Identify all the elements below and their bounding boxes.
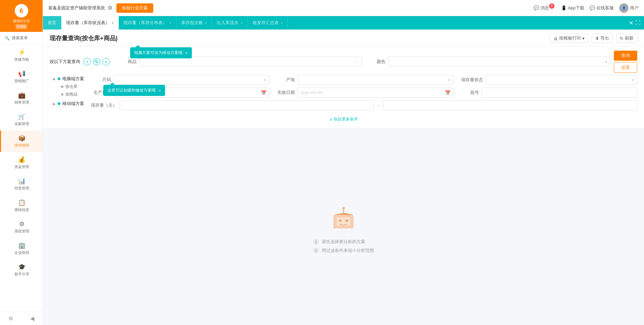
tab-inventory-dist[interactable]: 现存量（库存分布表） × bbox=[119, 16, 176, 30]
sidebar-item-system[interactable]: ⚙ 系统管理 bbox=[0, 216, 43, 238]
expiry-date-input[interactable]: yyyy-mm-dd 📅 bbox=[298, 88, 453, 98]
page-actions: 🖨 按模板打印 ▾ ⬆ 导出 ↻ 刷新 bbox=[550, 34, 637, 43]
filter-row2: 尺码 ▾ 产地 ▾ bbox=[91, 75, 637, 85]
empty-tip-1: 1 请先选择要分析的方案 bbox=[313, 239, 374, 245]
color-select[interactable]: ▾ bbox=[388, 57, 611, 67]
sidebar-item-guide[interactable]: 🎓 新手引导 bbox=[0, 259, 43, 281]
sidebar-item-label: 基础信息 bbox=[14, 207, 29, 212]
sidebar-item-enterprise[interactable]: 🏢 企业协同 bbox=[0, 238, 43, 259]
svg-marker-1 bbox=[333, 213, 343, 215]
batch-no-field: 批号 bbox=[459, 88, 637, 98]
tab-inventory-dist-close[interactable]: × bbox=[169, 21, 171, 25]
tooltip-pc-scheme: 电脑方案可设为移动方案哦 × bbox=[130, 47, 192, 58]
sidebar-item-marketing[interactable]: 📢 营销推广 bbox=[0, 66, 43, 88]
sidebar-item-inventory[interactable]: 📦 库存核算 bbox=[0, 130, 43, 152]
sidebar-collapse-btn[interactable]: ◀ bbox=[30, 315, 34, 322]
quick-nav-icon: ⚡ bbox=[18, 49, 25, 56]
tab-close-all-btn[interactable]: ✕ bbox=[629, 20, 633, 26]
tooltip2-close[interactable]: × bbox=[158, 88, 161, 93]
stock-min-input[interactable] bbox=[120, 100, 374, 110]
basic-info-icon: 📋 bbox=[18, 199, 25, 206]
sidebar-item-label: 快捷导航 bbox=[14, 57, 29, 62]
tab-recv-summary-label: 收发存汇总表 bbox=[253, 20, 279, 26]
sidebar-item-finance[interactable]: 💰 资金管理 bbox=[0, 152, 43, 173]
marketing-icon: 📢 bbox=[18, 70, 25, 77]
query-btn[interactable]: 查询 bbox=[614, 51, 637, 61]
user-btn[interactable]: 👤 用户 bbox=[619, 3, 639, 13]
trial-btn[interactable]: 体验行业方案 bbox=[116, 3, 153, 13]
origin-field: 产地 ▾ bbox=[275, 75, 453, 85]
sidebar-item-label: 采购管理 bbox=[14, 121, 29, 126]
template-print-btn[interactable]: 🖨 按模板打印 ▾ bbox=[550, 34, 588, 43]
tab-inventory-status-close[interactable]: × bbox=[112, 21, 114, 25]
tip-num-1: 1 bbox=[313, 239, 319, 245]
logo-name: 畅通好生意 bbox=[13, 19, 30, 23]
back-scheme-btn[interactable]: « bbox=[102, 58, 110, 65]
inventory-icon: 📦 bbox=[18, 134, 25, 142]
chevron-down-icon: ▾ bbox=[605, 59, 607, 64]
refresh-label: 刷新 bbox=[625, 35, 634, 41]
tab-inout-flow-close[interactable]: × bbox=[240, 21, 243, 25]
topbar-gear-icon[interactable]: ⚙ bbox=[108, 5, 112, 11]
scheme-tree-row: ▶ 电脑端方案 按仓库 按商品 ▶ 移动端方 bbox=[50, 75, 637, 112]
color-label: 颜色 bbox=[365, 59, 385, 65]
stock-status-select[interactable]: ▾ bbox=[486, 75, 637, 85]
export-label: 导出 bbox=[600, 35, 609, 41]
refresh-btn[interactable]: ↻ 刷新 bbox=[616, 34, 637, 43]
scheme-pc-warehouse[interactable]: 按仓库 bbox=[53, 83, 84, 91]
tab-inventory-dist-label: 现存量（库存分布表） bbox=[123, 20, 167, 26]
tab-recv-summary-close[interactable]: × bbox=[281, 21, 283, 25]
online-service-btn[interactable]: 💬 在线客服 bbox=[590, 5, 614, 11]
sidebar-settings-btn[interactable]: ⚙ bbox=[8, 315, 13, 322]
sidebar: 6 畅通好生意 标准版 🔍 搜索菜单 ⚡ 快捷导航 📢 营销推广 💼 销售管理 … bbox=[0, 0, 43, 325]
tab-home-label: 首页 bbox=[48, 20, 56, 26]
origin-select[interactable]: ▾ bbox=[298, 75, 453, 85]
product-scheme-dot bbox=[61, 93, 63, 96]
search-icon: 🔍 bbox=[5, 36, 10, 41]
tab-batch-ledger[interactable]: 库存批次账 × bbox=[176, 16, 212, 30]
export-icon: ⬆ bbox=[595, 36, 599, 41]
tab-inout-flow[interactable]: 出入库流水 × bbox=[212, 16, 248, 30]
tip-num-2: 2 bbox=[313, 248, 319, 254]
printer-icon: 🖨 bbox=[553, 36, 558, 41]
export-btn[interactable]: ⬆ 导出 bbox=[592, 34, 613, 43]
batch-no-input[interactable] bbox=[482, 88, 637, 98]
set-btn[interactable]: 设置 bbox=[614, 62, 637, 73]
app-download-btn[interactable]: 📱 App下载 bbox=[561, 5, 584, 11]
add-scheme-btn[interactable]: + bbox=[84, 58, 91, 65]
more-dots-icon[interactable]: ··· bbox=[354, 59, 359, 65]
sidebar-item-basic-info[interactable]: 📋 基础信息 bbox=[0, 195, 43, 216]
online-service-label: 在线客服 bbox=[596, 5, 614, 11]
scheme-pc-product[interactable]: 按商品 bbox=[53, 91, 84, 98]
sidebar-search[interactable]: 🔍 搜索菜单 bbox=[0, 32, 43, 45]
tab-batch-ledger-close[interactable]: × bbox=[205, 21, 207, 25]
size-select[interactable]: ▾ bbox=[114, 75, 269, 85]
stock-status-field: 现存量状态 ▾ bbox=[459, 75, 637, 85]
sidebar-item-operations[interactable]: 📊 经营管理 bbox=[0, 173, 43, 195]
collapse-conditions-btn[interactable]: ∧ 收起更多条件 bbox=[50, 114, 637, 124]
system-icon: ⚙ bbox=[19, 220, 24, 228]
sidebar-logo: 6 畅通好生意 标准版 bbox=[0, 0, 43, 32]
finance-icon: 💰 bbox=[18, 156, 25, 163]
calendar-icon: 📅 bbox=[261, 90, 266, 95]
sidebar-item-label: 经营管理 bbox=[14, 186, 29, 191]
page-title: 现存量查询(按仓库+商品) bbox=[50, 34, 118, 42]
sidebar-item-sales[interactable]: 💼 销售管理 bbox=[0, 88, 43, 109]
scheme-pc[interactable]: ▶ 电脑端方案 bbox=[53, 75, 84, 83]
logo-tag: 标准版 bbox=[15, 24, 27, 29]
tab-recv-summary[interactable]: 收发存汇总表 × bbox=[248, 16, 288, 30]
stock-max-input[interactable] bbox=[383, 100, 637, 110]
edit-scheme-btn[interactable]: ✎ bbox=[93, 58, 100, 65]
tab-fullscreen-btn[interactable]: ⛶ bbox=[635, 20, 641, 26]
sidebar-item-quick-nav[interactable]: ⚡ 快捷导航 bbox=[0, 45, 43, 66]
scheme-mobile[interactable]: ▶ 移动端方案 bbox=[53, 100, 84, 108]
sidebar-item-purchase[interactable]: 🛒 采购管理 bbox=[0, 109, 43, 130]
service-icon: 💬 bbox=[590, 5, 595, 10]
svg-marker-2 bbox=[343, 213, 354, 215]
tab-home[interactable]: 首页 bbox=[43, 16, 61, 30]
scheme-btns: + ✎ « bbox=[84, 58, 110, 65]
tooltip1-close[interactable]: × bbox=[185, 50, 188, 56]
message-btn[interactable]: 💬 消息 8 bbox=[534, 5, 556, 11]
query-actions: 查询 设置 bbox=[614, 51, 637, 73]
tab-inventory-status[interactable]: 现存量（库存状况表） × bbox=[61, 16, 119, 30]
